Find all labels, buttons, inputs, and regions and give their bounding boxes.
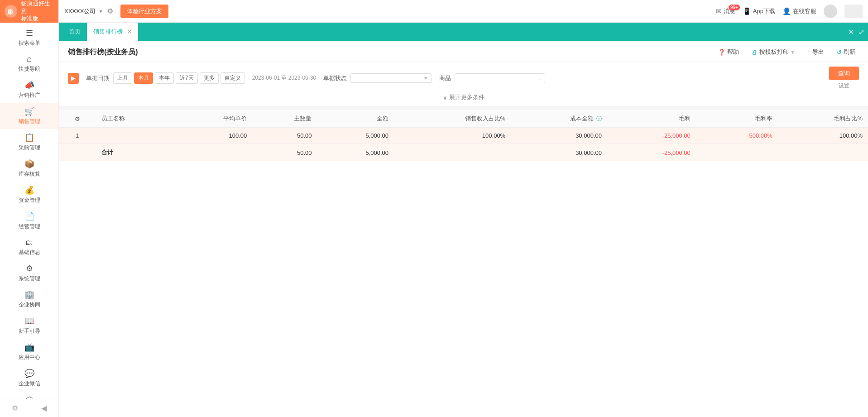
app-download-button[interactable]: 📱 App下载 [743, 7, 775, 15]
topbar-settings-icon[interactable]: ⚙ [107, 7, 113, 15]
tab-sales-ranking-label: 销售排行榜 [93, 28, 123, 36]
home-icon: ⌂ [27, 54, 32, 64]
col-settings[interactable]: ⚙ [59, 110, 96, 128]
message-badge: 99+ [729, 5, 740, 10]
sidebar-item-sales[interactable]: 🛒 销售管理 [0, 103, 58, 129]
logo-text: 畅康通好生意 标准版 [21, 0, 55, 23]
tab-home[interactable]: 首页 [62, 23, 87, 41]
company-name: XXXXX公司 [64, 7, 96, 15]
sidebar-item-enterprise[interactable]: 🏢 企业协同 [0, 286, 58, 312]
query-button-area: 查询 设置 [829, 67, 859, 90]
company-caret-icon: ▼ [98, 9, 103, 14]
date-range-text: 2023-06-01 至 2023-06-30 [252, 74, 316, 82]
member-icon: ⬡ [26, 395, 33, 399]
operations-icon: 📄 [24, 211, 34, 221]
table-row: 1 100.00 50.00 5,000.00 100.00% 30,000.0… [59, 128, 868, 144]
expand-row: ∨ 展开更多条件 [68, 93, 859, 101]
this-year-button[interactable]: 本年 [155, 72, 174, 84]
tab-maximize-icon[interactable]: ⤢ [858, 28, 864, 36]
sidebar-item-guide[interactable]: 📖 新手引导 [0, 312, 58, 339]
user-name-area[interactable] [844, 5, 863, 18]
cell-cost-amount: 30,000.00 [511, 128, 607, 144]
tab-sales-ranking[interactable]: 销售排行榜 ✕ [87, 23, 138, 41]
page-content: 销售排行榜(按业务员) ❓ 帮助 🖨 按模板打印 ▼ ↑ 导出 ↺ 刷新 [59, 41, 868, 417]
sidebar-item-apps[interactable]: 📺 应用中心 [0, 339, 58, 365]
main-content: XXXXX公司 ▼ ⚙ 体验行业方案 ✉ 消息 99+ 📱 App下载 👤 在线… [59, 0, 868, 417]
status-filter: 单据状态 ▼ [323, 73, 432, 83]
date-buttons: 上月 本月 本年 近7天 更多 自定义 [113, 72, 245, 84]
online-service-button[interactable]: 👤 在线客服 [782, 7, 816, 15]
cell-main-qty: 50.00 [252, 128, 317, 144]
tabbar: 首页 销售排行榜 ✕ ✕ ⤢ [59, 23, 868, 41]
sidebar-item-basic[interactable]: 🗂 基础信息 [0, 234, 58, 260]
filter-toggle-icon[interactable]: ▶ [68, 73, 79, 84]
more-date-button[interactable]: 更多 [200, 72, 219, 84]
sidebar-item-marketing[interactable]: 📣 营销推广 [0, 77, 58, 103]
message-button[interactable]: ✉ 消息 99+ [716, 7, 735, 15]
this-month-button[interactable]: 本月 [134, 72, 153, 84]
query-button[interactable]: 查询 [829, 67, 859, 80]
sidebar-collapse-button[interactable]: ◀ [41, 404, 47, 412]
online-service-label: 在线客服 [793, 7, 816, 15]
status-select[interactable]: ▼ [350, 73, 432, 83]
col-avg-price: 平均单价 [174, 110, 253, 128]
sidebar-item-inventory[interactable]: 📦 库存核算 [0, 155, 58, 182]
sidebar-item-search[interactable]: ☰ 搜索菜单 [0, 24, 58, 51]
tabbar-right: ✕ ⤢ [848, 28, 864, 36]
guide-icon: 📖 [24, 316, 34, 326]
basic-icon: 🗂 [25, 238, 34, 247]
help-button[interactable]: ❓ 帮助 [715, 46, 743, 58]
avatar[interactable] [824, 5, 837, 18]
tab-close-all-icon[interactable]: ✕ [848, 28, 854, 36]
purchase-icon: 📋 [24, 133, 34, 143]
refresh-button[interactable]: ↺ 刷新 [833, 46, 859, 58]
data-table: ⚙ 员工名称 平均单价 主数量 全额 销售收入占比% 成本全额 ⓘ 毛利 毛利率… [59, 110, 868, 161]
footer-avg-price [174, 144, 253, 162]
filter-area: ▶ 单据日期 上月 本月 本年 近7天 更多 自定义 2023-06-01 至 … [59, 62, 868, 106]
sidebar-item-purchase[interactable]: 📋 采购管理 [0, 129, 58, 155]
recent7-button[interactable]: 近7天 [176, 72, 198, 84]
sidebar-item-member[interactable]: ⬡ 畅会员 [0, 391, 58, 399]
footer-gross-pct [778, 144, 868, 162]
sidebar: 康 畅康通好生意 标准版 ☰ 搜索菜单 ⌂ 快捷导航 📣 营销推广 🛒 销售管理… [0, 0, 59, 417]
cell-gross-profit: -25,000.00 [607, 128, 696, 144]
settings-link[interactable]: 设置 [829, 82, 859, 90]
sidebar-footer: ⚙ ◀ [0, 399, 58, 417]
status-label: 单据状态 [323, 74, 347, 82]
message-icon: ✉ [716, 7, 722, 15]
cell-avg-price: 100.00 [174, 128, 253, 144]
sidebar-item-system[interactable]: ⚙ 系统管理 [0, 260, 58, 286]
sales-icon: 🛒 [24, 106, 34, 116]
sidebar-item-wechat[interactable]: 💬 企业微信 [0, 365, 58, 391]
cell-gross-pct: 100.00% [778, 128, 868, 144]
footer-label: 合计 [96, 144, 174, 162]
footer-gross-rate [696, 144, 778, 162]
page-title: 销售排行榜(按业务员) [68, 48, 138, 57]
tab-close-icon[interactable]: ✕ [127, 29, 132, 35]
company-selector[interactable]: XXXXX公司 ▼ [64, 7, 103, 15]
sidebar-settings-button[interactable]: ⚙ [12, 404, 18, 412]
col-gross-profit: 毛利 [607, 110, 696, 128]
goods-select[interactable]: ... [455, 73, 545, 83]
marketing-icon: 📣 [24, 80, 34, 90]
sidebar-item-operations[interactable]: 📄 经营管理 [0, 208, 58, 234]
col-total-amount: 全额 [317, 110, 394, 128]
expand-down-icon: ∨ [443, 94, 447, 101]
print-caret-icon: ▼ [791, 50, 795, 55]
sidebar-logo: 康 畅康通好生意 标准版 [0, 0, 58, 23]
expand-button[interactable]: ∨ 展开更多条件 [443, 93, 484, 101]
cost-info-icon[interactable]: ⓘ [596, 115, 602, 122]
prev-month-button[interactable]: 上月 [113, 72, 132, 84]
footer-empty-rank [59, 144, 96, 162]
cell-total-amount: 5,000.00 [317, 128, 394, 144]
print-button[interactable]: 🖨 按模板打印 ▼ [748, 46, 799, 58]
custom-date-button[interactable]: 自定义 [221, 72, 245, 84]
trial-button[interactable]: 体验行业方案 [120, 5, 168, 18]
sidebar-item-quick-nav[interactable]: ⌂ 快捷导航 [0, 51, 58, 77]
status-caret-icon: ▼ [423, 76, 428, 81]
footer-total-amount: 5,000.00 [317, 144, 394, 162]
sidebar-item-finance[interactable]: 💰 资金管理 [0, 182, 58, 208]
export-button[interactable]: ↑ 导出 [804, 46, 828, 58]
inventory-icon: 📦 [24, 159, 34, 169]
topbar: XXXXX公司 ▼ ⚙ 体验行业方案 ✉ 消息 99+ 📱 App下载 👤 在线… [59, 0, 868, 23]
